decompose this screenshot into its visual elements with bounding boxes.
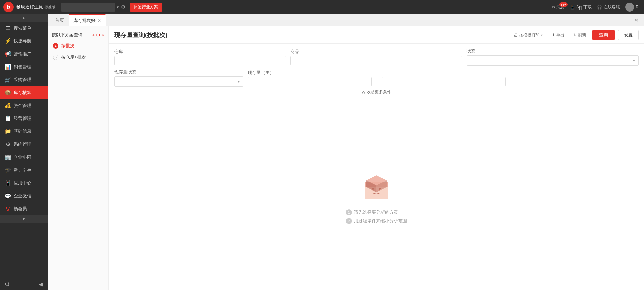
sidebar-item-label: 经营管理 <box>14 115 31 122</box>
tip-2-text: 用过滤条件来缩小分析范围 <box>354 218 407 224</box>
guide-icon: 🎓 <box>5 167 11 173</box>
topbar: b 畅康通好生意 标准版 ▾ ⚙ 体验行业方案 ✉ 消息 99+ 📱 App下载… <box>0 0 644 14</box>
scheme-label: 按批次 <box>61 43 74 49</box>
sidebar-item-guide[interactable]: 🎓 新手引导 <box>0 164 48 177</box>
inventory-status-filter: 现存量状态 <box>114 69 243 87</box>
status-label: 状态 <box>467 48 475 54</box>
inventory-main-from[interactable] <box>248 77 372 86</box>
range-dash: — <box>374 79 379 84</box>
sidebar-item-purchase[interactable]: 🛒 采购管理 <box>0 73 48 86</box>
scheme-item-by-warehouse-batch[interactable]: ○ 按仓库+批次 <box>48 52 108 63</box>
operations-icon: 📋 <box>5 115 11 122</box>
print-chevron-icon: ▾ <box>541 33 543 37</box>
sidebar-scroll-down[interactable]: ▼ <box>0 215 48 223</box>
tab-close-icon[interactable]: ✕ <box>98 18 101 23</box>
page-header-actions: 🖨 按模板打印 ▾ ⬆ 导出 ↻ 刷新 查询 设置 <box>511 30 639 40</box>
inventory-main-label: 现存量（主） <box>248 70 274 76</box>
inventory-main-to[interactable] <box>382 77 506 86</box>
warehouse-options-icon[interactable]: ··· <box>282 49 286 54</box>
status-select[interactable] <box>467 55 639 66</box>
finance-icon: 💰 <box>5 103 11 109</box>
sidebar-item-label: 企业微信 <box>14 193 31 199</box>
product-options-icon[interactable]: ··· <box>458 49 462 54</box>
sidebar: ▲ ☰ 搜索菜单 ⚡ 快捷导航 📢 营销推广 📊 销售管理 🛒 采购管理 📦 库… <box>0 14 48 290</box>
settings-icon[interactable]: ⚙ <box>121 4 125 10</box>
inventory-icon: 📦 <box>5 90 11 96</box>
warehouse-input[interactable] <box>114 56 286 65</box>
page-content: 按以下方案查询 + ⚙ « ● 按批次 ○ 按仓库+批次 <box>48 26 644 290</box>
sidebar-item-sales[interactable]: 📊 销售管理 <box>0 60 48 73</box>
filter-area: 仓库 ··· 商品 ··· <box>109 44 644 102</box>
sidebar-item-marketing[interactable]: 📢 营销推广 <box>0 48 48 60</box>
empty-tip-2: 2 用过滤条件来缩小分析范围 <box>346 218 407 224</box>
sidebar-item-basic[interactable]: 📁 基础信息 <box>0 125 48 138</box>
settings-button[interactable]: 设置 <box>618 30 639 40</box>
tab-home[interactable]: 首页 <box>50 14 69 26</box>
trial-button[interactable]: 体验行业方案 <box>130 3 162 12</box>
inventory-main-filter: 现存量（主） — <box>248 70 506 86</box>
sidebar-item-search-menu[interactable]: ☰ 搜索菜单 <box>0 22 48 35</box>
scheme-inactive-icon: ○ <box>53 55 58 60</box>
query-button[interactable]: 查询 <box>592 30 615 40</box>
sidebar-item-label: 搜索菜单 <box>14 25 31 31</box>
enterprise-icon: 🏢 <box>5 154 11 160</box>
sidebar-item-label: 资金管理 <box>14 103 31 109</box>
scheme-settings-icon[interactable]: ⚙ <box>96 32 100 38</box>
filter-row-1: 仓库 ··· 商品 ··· <box>114 48 639 66</box>
global-close-icon[interactable]: ✕ <box>631 16 641 25</box>
tab-inventory-batch[interactable]: 库存批次账 ✕ <box>69 14 106 26</box>
inventory-status-select[interactable] <box>114 76 243 87</box>
app-center-icon: 📱 <box>5 180 11 186</box>
sidebar-item-label: 系统管理 <box>14 141 31 147</box>
sidebar-item-vip[interactable]: V 畅会员 <box>0 202 48 215</box>
filter-row-2: 现存量状态 现存量（主） <box>114 69 639 87</box>
collapse-more-button[interactable]: ⋀ 收起更多条件 <box>114 87 639 98</box>
sidebar-item-system[interactable]: ⚙ 系统管理 <box>0 138 48 151</box>
sidebar-item-quick-nav[interactable]: ⚡ 快捷导航 <box>0 35 48 48</box>
collapse-panel-icon[interactable]: « <box>102 32 104 38</box>
refresh-button[interactable]: ↻ 刷新 <box>571 31 589 39</box>
sidebar-scroll-up[interactable]: ▲ <box>0 14 48 22</box>
company-name: 畅康通好生意 <box>16 4 43 10</box>
sidebar-item-operations[interactable]: 📋 经营管理 <box>0 112 48 125</box>
warehouse-filter: 仓库 ··· <box>114 49 286 65</box>
scheme-item-by-batch[interactable]: ● 按批次 <box>48 40 108 52</box>
wechat-icon: 💬 <box>5 193 11 199</box>
sidebar-item-inventory[interactable]: 📦 库存核算 <box>0 86 48 99</box>
app-download-button[interactable]: 📱 App下载 <box>570 4 592 10</box>
sidebar-item-label: 畅会员 <box>14 206 27 212</box>
search-area[interactable] <box>61 3 115 12</box>
sidebar-collapse-icon[interactable]: ◀ <box>39 281 43 287</box>
sidebar-item-label: 营销推广 <box>14 51 31 57</box>
sidebar-item-label: 基础信息 <box>14 128 31 134</box>
sidebar-item-wechat[interactable]: 💬 企业微信 <box>0 189 48 202</box>
sidebar-item-app-center[interactable]: 📱 应用中心 <box>0 177 48 189</box>
right-panel: 现存量查询(按批次) 🖨 按模板打印 ▾ ⬆ 导出 ↻ <box>109 26 644 290</box>
user-profile[interactable]: Rit <box>625 3 641 12</box>
inventory-main-range: — <box>248 77 506 86</box>
quick-nav-icon: ⚡ <box>5 38 11 44</box>
sidebar-settings-icon[interactable]: ⚙ <box>5 281 10 287</box>
export-icon: ⬆ <box>552 33 555 37</box>
add-scheme-icon[interactable]: + <box>92 32 95 38</box>
product-input[interactable] <box>290 56 462 65</box>
sidebar-item-label: 库存核算 <box>14 90 31 96</box>
sidebar-item-enterprise[interactable]: 🏢 企业协同 <box>0 151 48 164</box>
system-icon: ⚙ <box>5 141 11 147</box>
print-button[interactable]: 🖨 按模板打印 ▾ <box>511 31 545 39</box>
avatar <box>625 3 634 12</box>
export-button[interactable]: ⬆ 导出 <box>549 31 567 39</box>
sidebar-item-label: 销售管理 <box>14 64 31 70</box>
search-input[interactable] <box>64 5 113 10</box>
sidebar-item-label: 应用中心 <box>14 180 31 186</box>
vip-icon: V <box>5 206 11 212</box>
left-panel-header: 按以下方案查询 + ⚙ « <box>48 30 108 40</box>
messages-button[interactable]: ✉ 消息 99+ <box>552 4 564 10</box>
collapse-up-icon: ⋀ <box>362 90 365 95</box>
svg-point-6 <box>379 188 381 190</box>
message-icon: ✉ <box>552 5 555 10</box>
online-service-button[interactable]: 🎧 在线客服 <box>597 4 620 10</box>
sidebar-item-finance[interactable]: 💰 资金管理 <box>0 99 48 112</box>
warehouse-label: 仓库 <box>114 49 123 55</box>
search-chevron-icon[interactable]: ▾ <box>117 5 119 10</box>
